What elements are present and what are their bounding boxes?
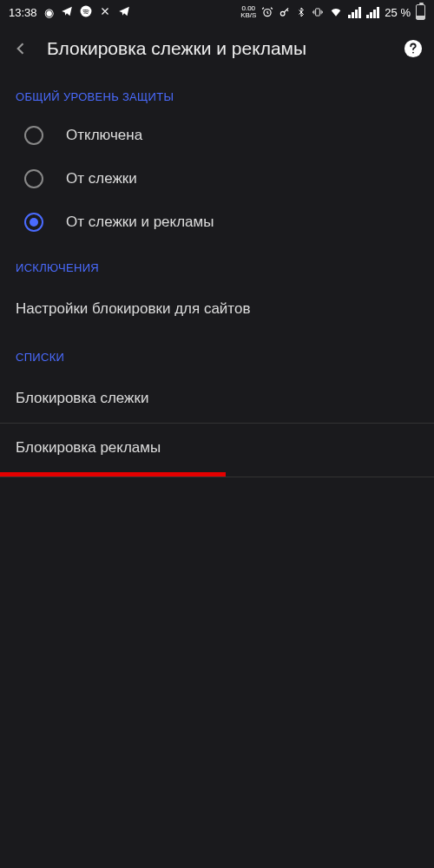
radio-icon — [24, 126, 43, 145]
row-ad-block[interactable]: Блокировка рекламы — [0, 424, 434, 472]
battery-pct: 25 % — [385, 6, 411, 19]
net-speed-icon: 0.00KB/S — [240, 5, 256, 19]
back-button[interactable] — [10, 38, 31, 59]
signal-icon-2 — [366, 6, 379, 18]
radio-tracking[interactable]: От слежки — [0, 157, 434, 201]
telegram-icon-2 — [118, 5, 130, 20]
radio-icon-selected — [24, 213, 43, 232]
spotify-icon — [80, 5, 92, 20]
section-protection-level: ОБЩИЙ УРОВЕНЬ ЗАЩИТЫ — [0, 73, 434, 114]
row-site-settings[interactable]: Настройки блокировки для сайтов — [0, 285, 434, 333]
help-button[interactable] — [403, 38, 424, 59]
section-lists: СПИСКИ — [0, 333, 434, 374]
page-title: Блокировка слежки и рекламы — [47, 38, 387, 59]
alarm-icon — [261, 6, 273, 18]
bluetooth-icon — [296, 6, 306, 18]
app-header: Блокировка слежки и рекламы — [0, 24, 434, 73]
radio-label: От слежки и рекламы — [66, 214, 214, 231]
record-icon: ◉ — [44, 6, 54, 19]
section-exceptions: ИСКЛЮЧЕНИЯ — [0, 244, 434, 285]
divider — [0, 477, 434, 477]
pinwheel-icon — [99, 5, 111, 20]
radio-icon — [24, 169, 43, 188]
radio-label: Отключена — [66, 127, 142, 144]
svg-rect-3 — [316, 9, 320, 16]
status-time: 13:38 — [9, 6, 37, 19]
radio-tracking-ads[interactable]: От слежки и рекламы — [0, 201, 434, 244]
row-tracking-block[interactable]: Блокировка слежки — [0, 374, 434, 423]
key-icon — [279, 6, 291, 18]
radio-label: От слежки — [66, 170, 137, 187]
battery-icon — [416, 4, 425, 20]
status-bar: 13:38 ◉ 0.00KB/S 25 % — [0, 0, 434, 24]
signal-icon-1 — [348, 6, 361, 18]
svg-point-2 — [281, 11, 286, 16]
vibrate-icon — [312, 6, 324, 18]
radio-off[interactable]: Отключена — [0, 114, 434, 157]
telegram-icon — [61, 5, 73, 20]
wifi-icon — [329, 6, 343, 18]
